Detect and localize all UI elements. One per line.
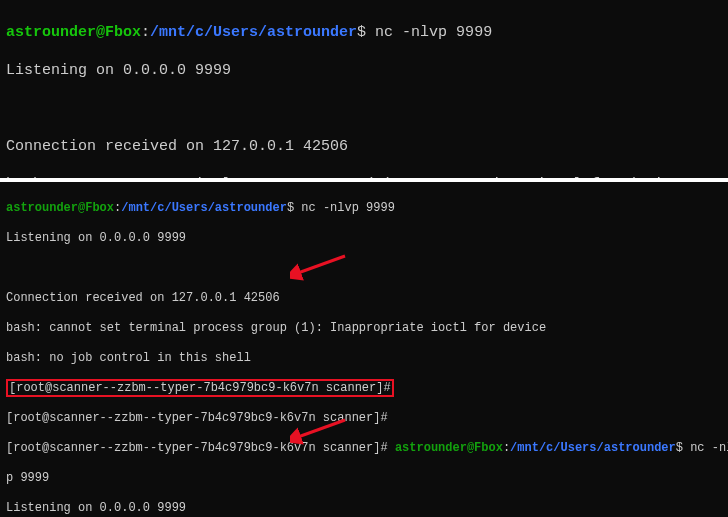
output-line: Listening on 0.0.0.0 9999 (6, 61, 722, 80)
prompt-line: [root@scanner--zzbm--typer-7b4c979bc9-k6… (6, 441, 722, 456)
prompt-path: /mnt/c/Users/astrounder (510, 441, 676, 455)
output-line: bash: cannot set terminal process group … (6, 175, 722, 178)
red-highlight-box: [root@scanner--zzbm--typer-7b4c979bc9-k6… (6, 379, 394, 397)
command-text[interactable]: nc -nlvp 9999 (301, 201, 395, 215)
terminal-top: astrounder@Fbox:/mnt/c/Users/astrounder$… (0, 0, 728, 178)
prompt-line: astrounder@Fbox:/mnt/c/Users/astrounder$… (6, 23, 722, 42)
highlighted-prompt: [root@scanner--zzbm--typer-7b4c979bc9-k6… (6, 381, 722, 396)
shell-prompt-prefix: [root@scanner--zzbm--typer-7b4c979bc9-k6… (6, 441, 395, 455)
prompt-sep: : (141, 24, 150, 41)
prompt-user: astrounder@Fbox (6, 201, 114, 215)
command-text[interactable]: nc -nlvp 9999 (375, 24, 492, 41)
output-line: Listening on 0.0.0.0 9999 (6, 501, 722, 516)
svg-line-1 (298, 256, 345, 273)
shell-prompt[interactable]: [root@scanner--zzbm--typer-7b4c979bc9-k6… (6, 411, 722, 426)
command-text[interactable]: nc -nlv (690, 441, 728, 455)
prompt-dollar: $ (357, 24, 375, 41)
output-line: Connection received on 127.0.0.1 42506 (6, 291, 722, 306)
prompt-line: astrounder@Fbox:/mnt/c/Users/astrounder$… (6, 201, 722, 216)
output-line: Listening on 0.0.0.0 9999 (6, 231, 722, 246)
output-line: p 9999 (6, 471, 722, 486)
output-line: bash: cannot set terminal process group … (6, 321, 722, 336)
prompt-user: astrounder@Fbox (395, 441, 503, 455)
output-line: Connection received on 127.0.0.1 42506 (6, 137, 722, 156)
prompt-path: /mnt/c/Users/astrounder (121, 201, 287, 215)
prompt-path: /mnt/c/Users/astrounder (150, 24, 357, 41)
terminal-bottom: astrounder@Fbox:/mnt/c/Users/astrounder$… (0, 182, 728, 517)
prompt-dollar: $ (676, 441, 690, 455)
output-line: bash: no job control in this shell (6, 351, 722, 366)
prompt-user: astrounder@Fbox (6, 24, 141, 41)
prompt-dollar: $ (287, 201, 301, 215)
